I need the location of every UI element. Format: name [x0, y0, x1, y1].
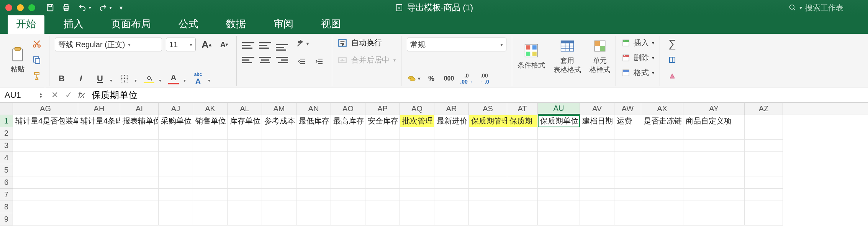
tab-review[interactable]: 审阅 [265, 15, 302, 34]
cell-AI5[interactable] [120, 164, 159, 176]
cell-AP1[interactable]: 安全库存 [365, 115, 400, 127]
cell-AQ4[interactable] [400, 152, 434, 164]
minimize-window-button[interactable] [17, 4, 24, 11]
cell-AZ5[interactable] [745, 164, 783, 176]
align-top-button[interactable] [242, 40, 254, 51]
column-header-AK[interactable]: AK [193, 103, 228, 115]
cell-AH2[interactable] [78, 127, 120, 140]
cell-AU5[interactable] [538, 164, 580, 176]
redo-button[interactable]: ▾ [99, 3, 112, 12]
cell-AQ1[interactable]: 批次管理 [400, 115, 434, 127]
cell-AT5[interactable] [507, 164, 538, 176]
currency-button[interactable] [407, 72, 421, 85]
align-center-button[interactable] [259, 54, 271, 65]
cell-AY5[interactable] [683, 164, 745, 176]
cell-AH4[interactable] [78, 152, 120, 164]
cell-AI6[interactable] [120, 176, 159, 189]
cell-AV7[interactable] [580, 189, 614, 201]
cell-AY7[interactable] [683, 189, 745, 201]
column-header-AP[interactable]: AP [365, 103, 400, 115]
cell-AX2[interactable] [641, 127, 683, 140]
cell-AH5[interactable] [78, 164, 120, 176]
cell-AJ8[interactable] [159, 201, 193, 213]
cell-AM1[interactable]: 参考成本 [262, 115, 296, 127]
column-header-AL[interactable]: AL [228, 103, 262, 115]
cell-AU4[interactable] [538, 152, 580, 164]
cell-AP6[interactable] [365, 176, 400, 189]
fill-button[interactable] [665, 54, 679, 66]
cell-AM7[interactable] [262, 189, 296, 201]
cell-AR6[interactable] [434, 176, 469, 189]
underline-button[interactable]: U [93, 72, 107, 85]
cell-AN3[interactable] [296, 140, 331, 152]
cell-AZ3[interactable] [745, 140, 783, 152]
tab-insert[interactable]: 插入 [55, 15, 92, 34]
cell-AR5[interactable] [434, 164, 469, 176]
formula-enter-button[interactable]: ✓ [65, 90, 72, 100]
cell-AJ2[interactable] [159, 127, 193, 140]
cell-AG1[interactable]: 辅计量4是否包装单位 [13, 115, 78, 127]
column-header-AQ[interactable]: AQ [400, 103, 434, 115]
increase-font-button[interactable]: A▴ [200, 38, 213, 51]
underline-dropdown[interactable]: ▾ [110, 78, 112, 85]
cell-AO4[interactable] [331, 152, 365, 164]
cell-AG5[interactable] [13, 164, 78, 176]
column-header-AT[interactable]: AT [507, 103, 538, 115]
cell-AN4[interactable] [296, 152, 331, 164]
cell-AX8[interactable] [641, 201, 683, 213]
comma-button[interactable]: 000 [442, 72, 456, 85]
column-header-AO[interactable]: AO [331, 103, 365, 115]
font-size-combo[interactable]: 11▾ [166, 38, 196, 51]
cell-AX6[interactable] [641, 176, 683, 189]
cell-AJ4[interactable] [159, 152, 193, 164]
cell-AZ1[interactable] [745, 115, 783, 127]
cell-AS5[interactable] [469, 164, 507, 176]
decrease-font-button[interactable]: A▾ [217, 38, 231, 51]
cell-AV8[interactable] [580, 201, 614, 213]
cell-AX5[interactable] [641, 164, 683, 176]
cell-AH3[interactable] [78, 140, 120, 152]
cell-AI2[interactable] [120, 127, 159, 140]
delete-cells-button[interactable]: ✕删除▾ [621, 53, 654, 63]
cell-AI4[interactable] [120, 152, 159, 164]
cell-AT7[interactable] [507, 189, 538, 201]
align-bottom-button[interactable] [276, 40, 288, 51]
decrease-decimal-button[interactable]: .00←.0 [477, 72, 491, 85]
cell-AU7[interactable] [538, 189, 580, 201]
cell-AW9[interactable] [614, 213, 641, 225]
cell-AI9[interactable] [120, 213, 159, 225]
cell-AH9[interactable] [78, 213, 120, 225]
cell-AK6[interactable] [193, 176, 228, 189]
cell-AT2[interactable] [507, 127, 538, 140]
cell-AG6[interactable] [13, 176, 78, 189]
cell-AG4[interactable] [13, 152, 78, 164]
cell-AR2[interactable] [434, 127, 469, 140]
cell-AK8[interactable] [193, 201, 228, 213]
cell-AG7[interactable] [13, 189, 78, 201]
clear-button[interactable] [665, 70, 679, 82]
cell-AJ9[interactable] [159, 213, 193, 225]
cell-AY3[interactable] [683, 140, 745, 152]
cell-AU8[interactable] [538, 201, 580, 213]
cell-AI3[interactable] [120, 140, 159, 152]
column-header-AJ[interactable]: AJ [159, 103, 193, 115]
cell-AN6[interactable] [296, 176, 331, 189]
italic-button[interactable]: I [74, 72, 88, 85]
cell-AS2[interactable] [469, 127, 507, 140]
cell-AY8[interactable] [683, 201, 745, 213]
cut-button[interactable] [30, 38, 44, 50]
bold-button[interactable]: B [55, 72, 69, 85]
cell-AR3[interactable] [434, 140, 469, 152]
cell-AY9[interactable] [683, 213, 745, 225]
cell-AO8[interactable] [331, 201, 365, 213]
cell-AM6[interactable] [262, 176, 296, 189]
cell-AM8[interactable] [262, 201, 296, 213]
column-header-AY[interactable]: AY [683, 103, 745, 115]
wrap-text-button[interactable]: 自动换行 [337, 38, 396, 48]
cell-AW8[interactable] [614, 201, 641, 213]
tab-page-layout[interactable]: 页面布局 [103, 15, 159, 34]
format-painter-button[interactable] [30, 70, 44, 82]
cell-AQ6[interactable] [400, 176, 434, 189]
cell-AG3[interactable] [13, 140, 78, 152]
tab-formulas[interactable]: 公式 [170, 15, 207, 34]
